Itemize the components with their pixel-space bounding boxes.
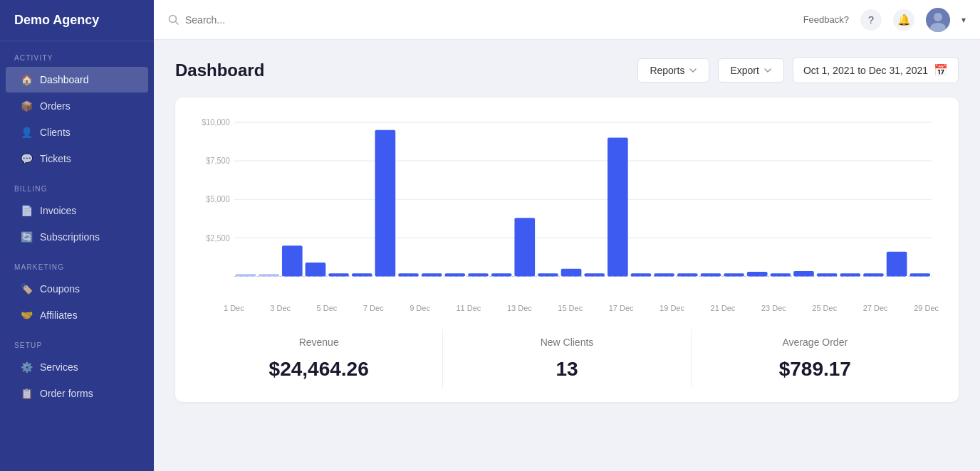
bar-chart: $10,000$7,500$5,000$2,500 — [195, 115, 939, 300]
svg-rect-26 — [514, 218, 535, 276]
svg-text:$7,500: $7,500 — [206, 157, 229, 166]
notifications-icon[interactable]: 🔔 — [893, 9, 914, 31]
svg-text:$2,500: $2,500 — [206, 233, 229, 243]
svg-text:$5,000: $5,000 — [206, 195, 229, 204]
services-icon: ⚙️ — [20, 361, 33, 374]
svg-rect-19 — [352, 273, 372, 276]
chevron-down-icon — [689, 66, 697, 75]
stat-new-clients: New Clients13 — [443, 329, 691, 388]
sidebar-item-invoices[interactable]: 📄Invoices — [6, 198, 148, 223]
search-icon — [168, 14, 179, 26]
x-label: 15 Dec — [558, 304, 583, 312]
subscriptions-icon: 🔄 — [20, 231, 33, 243]
stat-label: New Clients — [443, 337, 690, 348]
svg-rect-40 — [840, 273, 860, 276]
svg-rect-35 — [724, 273, 744, 276]
svg-line-1 — [176, 21, 179, 24]
sidebar-section-marketing: MARKETING — [0, 250, 154, 275]
x-label: 7 Dec — [363, 304, 384, 312]
stat-label: Revenue — [195, 337, 442, 348]
sidebar-item-coupons[interactable]: 🏷️Coupons — [6, 276, 148, 302]
x-label: 27 Dec — [863, 304, 888, 312]
stat-revenue: Revenue$24,464.26 — [195, 329, 443, 388]
main-content: Feedback? ? 🔔 ▾ Dashboard Reports Export — [154, 0, 980, 471]
svg-rect-25 — [491, 273, 512, 276]
x-label: 11 Dec — [456, 304, 481, 312]
x-label: 29 Dec — [914, 304, 939, 312]
sidebar-item-subscriptions[interactable]: 🔄Subscriptions — [6, 224, 148, 250]
sidebar-label-dashboard: Dashboard — [40, 74, 89, 85]
sidebar: Demo Agency ACTIVITY🏠Dashboard📦Orders👤Cl… — [0, 0, 154, 471]
content-header: Dashboard Reports Export Oct 1, 2021 to … — [175, 57, 959, 83]
x-label: 25 Dec — [812, 304, 837, 312]
stat-value: 13 — [443, 358, 690, 381]
content-area: Dashboard Reports Export Oct 1, 2021 to … — [154, 40, 980, 471]
dashboard-icon: 🏠 — [20, 73, 33, 86]
avatar[interactable] — [926, 8, 950, 32]
svg-rect-29 — [584, 273, 605, 276]
svg-rect-17 — [306, 263, 326, 277]
sidebar-item-dashboard[interactable]: 🏠Dashboard — [6, 67, 148, 92]
date-range-picker[interactable]: Oct 1, 2021 to Dec 31, 2021 📅 — [793, 57, 959, 83]
topbar-right: Feedback? ? 🔔 ▾ — [803, 8, 966, 32]
search-wrap — [168, 14, 795, 26]
sidebar-label-invoices: Invoices — [40, 205, 76, 216]
x-label: 13 Dec — [507, 304, 532, 312]
svg-rect-18 — [328, 273, 349, 276]
search-input[interactable] — [185, 14, 363, 26]
invoices-icon: 📄 — [20, 204, 33, 217]
dashboard-card: $10,000$7,500$5,000$2,500 1 Dec3 Dec5 De… — [175, 97, 959, 402]
stat-value: $789.17 — [692, 358, 939, 381]
svg-rect-28 — [561, 269, 582, 277]
svg-rect-37 — [771, 273, 791, 276]
x-label: 17 Dec — [609, 304, 634, 312]
sidebar-label-services: Services — [40, 361, 78, 373]
brand-logo: Demo Agency — [0, 0, 154, 41]
x-label: 19 Dec — [660, 304, 684, 312]
x-label: 3 Dec — [270, 304, 291, 312]
svg-rect-36 — [747, 272, 768, 277]
sidebar-label-coupons: Coupons — [40, 283, 80, 295]
affiliates-icon: 🤝 — [20, 309, 33, 322]
svg-rect-33 — [677, 273, 698, 276]
sidebar-item-affiliates[interactable]: 🤝Affiliates — [6, 302, 148, 328]
sidebar-label-tickets: Tickets — [40, 153, 71, 164]
stats-row: Revenue$24,464.26New Clients13Average Or… — [195, 329, 939, 388]
sidebar-section-setup: SETUP — [0, 329, 154, 354]
svg-rect-34 — [701, 273, 721, 276]
svg-rect-39 — [817, 273, 838, 276]
svg-rect-30 — [608, 138, 628, 277]
sidebar-item-tickets[interactable]: 💬Tickets — [6, 146, 148, 171]
feedback-button[interactable]: Feedback? — [803, 14, 849, 25]
sidebar-section-activity: ACTIVITY — [0, 41, 154, 66]
export-button[interactable]: Export — [718, 58, 783, 83]
date-range-text: Oct 1, 2021 to Dec 31, 2021 — [803, 65, 928, 76]
avatar-caret[interactable]: ▾ — [961, 15, 966, 25]
svg-text:$10,000: $10,000 — [202, 118, 229, 127]
sidebar-section-billing: BILLING — [0, 172, 154, 197]
svg-rect-31 — [631, 273, 652, 276]
svg-rect-23 — [444, 273, 465, 276]
sidebar-item-services[interactable]: ⚙️Services — [6, 354, 148, 380]
sidebar-label-order-forms: Order forms — [40, 388, 93, 399]
svg-rect-24 — [468, 273, 489, 276]
help-icon[interactable]: ? — [860, 9, 882, 31]
stat-average-order: Average Order$789.17 — [692, 329, 939, 388]
x-label: 21 Dec — [711, 304, 736, 312]
svg-rect-15 — [259, 274, 279, 276]
svg-rect-21 — [398, 273, 419, 276]
stat-label: Average Order — [692, 337, 939, 348]
chart-area: $10,000$7,500$5,000$2,500 — [195, 115, 939, 300]
sidebar-item-orders[interactable]: 📦Orders — [6, 93, 148, 119]
page-title: Dashboard — [175, 60, 629, 80]
sidebar-label-orders: Orders — [40, 100, 71, 112]
tickets-icon: 💬 — [20, 152, 33, 165]
stat-value: $24,464.26 — [195, 358, 442, 381]
svg-rect-32 — [654, 273, 674, 276]
sidebar-item-clients[interactable]: 👤Clients — [6, 120, 148, 145]
sidebar-item-order-forms[interactable]: 📋Order forms — [6, 381, 148, 406]
svg-rect-22 — [422, 273, 442, 276]
svg-rect-43 — [909, 273, 930, 276]
svg-rect-27 — [538, 273, 558, 276]
reports-button[interactable]: Reports — [637, 58, 709, 83]
